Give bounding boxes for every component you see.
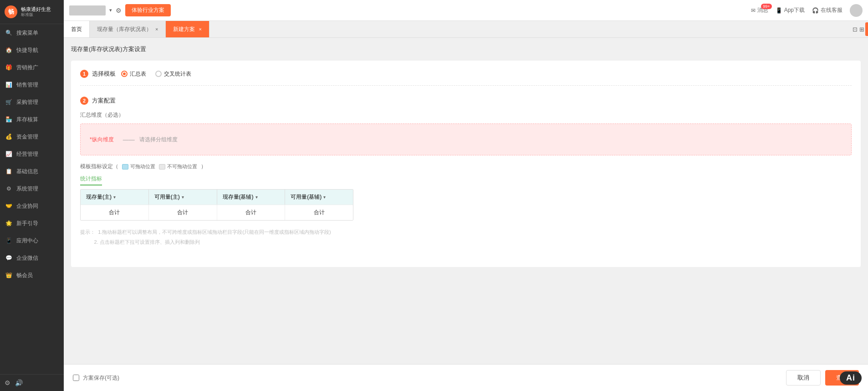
stats-table-header: 现存量(主) ▾ 可用量(主) ▾ 现存量(基辅) ▾	[81, 190, 353, 205]
radio-summary-table[interactable]: 汇总表	[121, 70, 146, 78]
message-btn[interactable]: ✉ 消息 99+	[751, 6, 768, 14]
tab-new-close-icon[interactable]: ×	[199, 26, 201, 32]
sidebar-item-apps[interactable]: 📱 应用中心	[0, 232, 64, 249]
tab-home[interactable]: 首页	[64, 21, 90, 37]
message-badge: 99+	[761, 4, 771, 9]
fixed-legend-box	[159, 164, 165, 170]
sidebar-item-quicknav[interactable]: 🏠 快捷导航	[0, 41, 64, 59]
col-dropdown-3[interactable]: ▾	[255, 195, 258, 200]
radio-dot-summary	[121, 71, 128, 77]
wechat-icon: 💬	[5, 254, 13, 262]
section2-num: 2	[80, 97, 88, 105]
guide-icon: 🌟	[5, 219, 13, 227]
settings-card: 1 选择模板 汇总表 交叉统计表	[71, 61, 861, 267]
stats-label: 统计指标	[80, 175, 102, 185]
stats-col-2[interactable]: 可用量(主) ▾	[149, 190, 217, 205]
inventory-icon: 🏪	[5, 115, 13, 123]
sidebar-item-finance[interactable]: 💰 资金管理	[0, 128, 64, 145]
search-icon: 🔍	[5, 29, 13, 37]
sidebar-item-sales[interactable]: 📊 销售管理	[0, 76, 64, 93]
sidebar-item-operations[interactable]: 📈 经营管理	[0, 145, 64, 163]
topbar: ▾ ⚙ 体验行业方案 ✉ 消息 99+ 📱 App下载 🎧 在线客服	[64, 0, 868, 21]
save-label: 方案保存(可选)	[83, 374, 119, 382]
main-area: ▾ ⚙ 体验行业方案 ✉ 消息 99+ 📱 App下载 🎧 在线客服 首页	[64, 0, 868, 391]
legend-draggable: 可拖动位置	[122, 163, 155, 170]
tab-close-icon[interactable]: ×	[155, 26, 158, 32]
stats-col-1[interactable]: 现存量(主) ▾	[81, 190, 149, 205]
template-radio-group: 汇总表 交叉统计表	[121, 70, 191, 78]
topbar-left: ▾ ⚙ 体验行业方案	[69, 4, 746, 16]
phone-icon: 📱	[776, 7, 782, 14]
dimension-area[interactable]: *纵向维度 —— 请选择分组维度	[80, 123, 852, 155]
app-logo-icon: 畅	[5, 5, 17, 18]
sidebar-item-member[interactable]: 👑 畅会员	[0, 267, 64, 284]
apps-icon: 📱	[5, 237, 13, 245]
sidebar-item-basic-info[interactable]: 📋 基础信息	[0, 163, 64, 180]
right-edge-handle[interactable]	[865, 22, 868, 36]
radio-dot-cross	[155, 71, 162, 77]
stats-col-4[interactable]: 可用量(基辅) ▾	[285, 190, 353, 205]
section-template: 1 选择模板 汇总表 交叉统计表	[80, 70, 852, 86]
app-download-btn[interactable]: 📱 App下载	[776, 6, 805, 14]
operations-icon: 📈	[5, 150, 13, 158]
sidebar-logo: 畅 畅康通好生意 标准版	[0, 0, 64, 24]
trial-btn[interactable]: 体验行业方案	[125, 4, 171, 16]
section1-title: 选择模板	[92, 70, 116, 78]
sales-icon: 📊	[5, 81, 13, 89]
user-avatar[interactable]	[850, 4, 863, 17]
marketing-icon: 🎁	[5, 63, 13, 72]
quicknav-icon: 🏠	[5, 46, 13, 54]
footer: 方案保存(可选) 取消 查询	[64, 364, 868, 391]
radio-cross-table[interactable]: 交叉统计表	[155, 70, 191, 78]
tab-expand-icon[interactable]: ⊞	[859, 26, 864, 33]
sidebar-item-purchase[interactable]: 🛒 采购管理	[0, 93, 64, 111]
sidebar-item-inventory[interactable]: 🏪 库存核算	[0, 111, 64, 128]
stats-cell-3: 合计	[217, 205, 286, 220]
section1-num: 1	[80, 70, 88, 78]
section1-divider	[80, 85, 852, 86]
col-dropdown-2[interactable]: ▾	[182, 195, 184, 200]
message-icon: ✉	[751, 7, 756, 14]
volume-icon[interactable]: 🔊	[15, 379, 23, 386]
tip-1: 提示： 1.拖动标题栏可以调整布局，不可跨维度或指标区域拖动栏目字段(只能在同一…	[80, 228, 852, 237]
topbar-right: ✉ 消息 99+ 📱 App下载 🎧 在线客服	[751, 4, 863, 17]
page-content: 现存量(库存状况表)方案设置 1 选择模板 汇总表 交叉统计表	[64, 38, 868, 364]
sidebar-bottom: ⚙ 🔊	[0, 374, 64, 391]
sidebar-item-wechat[interactable]: 💬 企业微信	[0, 249, 64, 267]
section-config: 2 方案配置 汇总维度（必选） *纵向维度 —— 请选择分组维度	[80, 97, 852, 247]
stats-cell-2: 合计	[149, 205, 217, 220]
tab-bar: 首页 现存量（库存状况表） × 新建方案 × ⊡ ⊞	[64, 21, 868, 38]
sidebar-item-marketing[interactable]: 🎁 营销推广	[0, 59, 64, 76]
legend-fixed: 不可拖动位置	[159, 163, 197, 170]
col-dropdown-4[interactable]: ▾	[323, 195, 326, 200]
finance-icon: 💰	[5, 133, 13, 141]
system-icon: ⚙	[5, 185, 13, 193]
logo-image	[69, 5, 106, 15]
indicator-legend: 模板指标设定（ 可拖动位置 不可拖动位置 ）	[80, 163, 852, 170]
gear-icon[interactable]: ⚙	[116, 7, 122, 14]
settings-icon[interactable]: ⚙	[5, 379, 10, 386]
tab-new-plan[interactable]: 新建方案 ×	[166, 21, 209, 37]
sidebar-item-guide[interactable]: 🌟 新手引导	[0, 215, 64, 232]
tab-collapse-icon[interactable]: ⊡	[853, 26, 858, 33]
cancel-button[interactable]: 取消	[786, 370, 821, 386]
ai-label[interactable]: Ai	[840, 371, 862, 385]
sidebar-item-collab[interactable]: 🤝 企业协同	[0, 197, 64, 215]
stats-table-row: 合计 合计 合计 合计	[81, 205, 353, 220]
page-title: 现存量(库存状况表)方案设置	[71, 45, 861, 53]
collab-icon: 🤝	[5, 202, 13, 210]
draggable-legend-box	[122, 164, 128, 170]
dimension-dash: ——	[123, 136, 135, 143]
sidebar-item-system[interactable]: ⚙ 系统管理	[0, 180, 64, 197]
sidebar: 畅 畅康通好生意 标准版 🔍 搜索菜单 🏠 快捷导航 🎁 营销推广 📊 销售管理…	[0, 0, 64, 391]
online-service-btn[interactable]: 🎧 在线客服	[812, 6, 842, 14]
stats-col-3[interactable]: 现存量(基辅) ▾	[217, 190, 286, 205]
save-checkbox[interactable]	[73, 375, 79, 381]
dropdown-arrow-icon[interactable]: ▾	[109, 7, 112, 13]
required-dim-label: *纵向维度	[90, 136, 114, 144]
sidebar-item-search[interactable]: 🔍 搜索菜单	[0, 24, 64, 41]
dimension-placeholder: 请选择分组维度	[139, 136, 178, 144]
col-dropdown-1[interactable]: ▾	[113, 195, 116, 200]
tab-inventory-status[interactable]: 现存量（库存状况表） ×	[90, 21, 166, 37]
stats-cell-4: 合计	[285, 205, 353, 220]
